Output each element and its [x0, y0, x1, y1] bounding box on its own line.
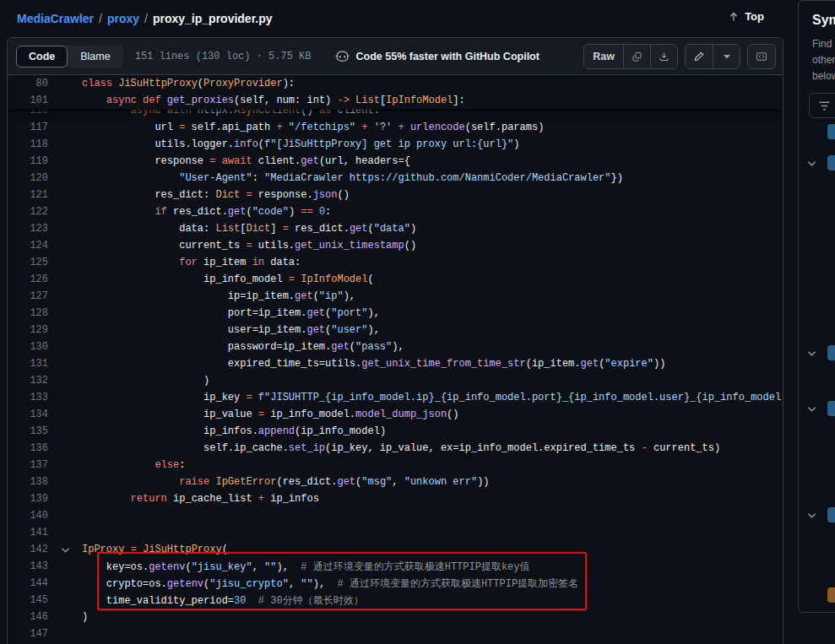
code-line: 130 password=ip_item.get("pass"),	[8, 338, 783, 355]
line-number[interactable]: 128	[8, 307, 48, 319]
line-number[interactable]: 126	[8, 273, 48, 285]
code-text: crypto=os.getenv("jisu_crypto", ""), # 通…	[82, 576, 578, 591]
symbol-pill[interactable]	[827, 155, 835, 170]
line-number[interactable]: 145	[8, 594, 48, 606]
line-number[interactable]: 129	[8, 324, 48, 336]
breadcrumb-separator: /	[139, 12, 153, 25]
code-text: res_dict: Dict = response.json()	[82, 189, 350, 201]
breadcrumb-row: MediaCrawler/proxy/proxy_ip_provider.py …	[0, 0, 791, 37]
line-number[interactable]: 137	[8, 459, 48, 471]
raw-actions-group: Raw	[583, 44, 678, 69]
download-button[interactable]	[650, 45, 677, 68]
line-number[interactable]: 134	[8, 409, 48, 420]
symbols-panel: Symbols Find definitions and references …	[798, 0, 835, 613]
filter-icon	[818, 100, 831, 111]
breadcrumb-repo-link[interactable]: MediaCrawler	[17, 12, 94, 25]
code-text: url = self.api_path + "/fetchips" + '?' …	[82, 122, 544, 133]
symbol-item[interactable]	[802, 345, 835, 360]
symbols-toggle-button[interactable]	[748, 45, 775, 68]
symbol-pill[interactable]	[827, 401, 835, 416]
symbol-pill[interactable]	[827, 587, 835, 603]
code-line: 147	[8, 625, 783, 642]
code-line: 129 user=ip_item.get("user"),	[8, 322, 783, 338]
code-line: 136 self.ip_cache.set_ip(ip_key, ip_valu…	[8, 440, 783, 457]
line-number[interactable]: 140	[8, 510, 48, 522]
symbol-chevron-slot[interactable]	[802, 511, 821, 519]
edit-split-button	[685, 44, 740, 69]
edit-dropdown-button[interactable]	[713, 45, 740, 68]
code-line: 142IpProxy = JiSuHttpProxy(	[8, 541, 783, 558]
line-number[interactable]: 146	[8, 611, 48, 623]
line-number[interactable]: 121	[8, 189, 48, 201]
symbol-chevron-slot[interactable]	[802, 349, 821, 357]
file-toolbar: Code Blame 151 lines (130 loc) · 5.75 KB…	[8, 38, 783, 75]
line-number[interactable]: 130	[8, 341, 48, 353]
code-text: data: List[Dict] = res_dict.get("data")	[82, 223, 416, 235]
symbols-description-line: Find definitions and references for func…	[812, 36, 835, 52]
line-number[interactable]: 132	[8, 375, 48, 387]
code-line: 140	[8, 507, 783, 524]
collapse-chevron-icon[interactable]	[61, 546, 70, 554]
symbol-pill[interactable]	[827, 124, 835, 139]
line-number[interactable]: 124	[8, 240, 48, 252]
symbol-item[interactable]	[802, 155, 835, 170]
breadcrumb-dir-link[interactable]: proxy	[107, 12, 139, 25]
line-number[interactable]: 138	[8, 476, 48, 488]
code-area: 80class JiSuHttpProxy(ProxyProvider):101…	[8, 75, 783, 644]
line-number[interactable]: 133	[8, 392, 48, 403]
line-number[interactable]: 119	[8, 155, 48, 167]
line-number[interactable]: 147	[8, 628, 48, 640]
line-number[interactable]: 117	[8, 122, 48, 133]
code-line: 117 url = self.api_path + "/fetchips" + …	[8, 119, 783, 136]
line-number[interactable]: 80	[8, 78, 48, 89]
symbol-item[interactable]	[802, 124, 835, 139]
code-line: 128 port=ip_item.get("port"),	[8, 305, 783, 322]
line-number[interactable]: 135	[8, 425, 48, 437]
line-number[interactable]: 143	[8, 560, 48, 572]
symbol-item[interactable]	[802, 507, 835, 522]
copilot-banner[interactable]: Code 55% faster with GitHub Copilot	[335, 50, 539, 62]
line-number[interactable]: 122	[8, 206, 48, 218]
code-line: 122 if res_dict.get("code") == 0:	[8, 203, 783, 220]
main-column: MediaCrawler/proxy/proxy_ip_provider.py …	[0, 0, 791, 644]
symbol-pill[interactable]	[827, 345, 835, 360]
line-number[interactable]: 141	[8, 527, 48, 538]
line-number[interactable]: 118	[8, 138, 48, 150]
line-number[interactable]: 131	[8, 358, 48, 370]
line-number[interactable]: 120	[8, 172, 48, 184]
edit-button[interactable]	[686, 45, 713, 68]
line-number[interactable]: 123	[8, 223, 48, 235]
symbol-item[interactable]	[802, 401, 835, 416]
line-number[interactable]: 116	[8, 109, 48, 116]
symbol-pill[interactable]	[827, 507, 835, 522]
symbol-chevron-slot[interactable]	[802, 160, 821, 167]
symbol-chevron-slot[interactable]	[802, 405, 821, 413]
code-text: key=os.getenv("jisu_key", ""), # 通过环境变量的…	[82, 560, 530, 574]
line-number[interactable]: 127	[8, 290, 48, 302]
tab-blame[interactable]: Blame	[68, 46, 122, 68]
code-brackets-icon	[756, 51, 767, 62]
code-line: 137 else:	[8, 457, 783, 474]
raw-button[interactable]: Raw	[584, 45, 623, 68]
line-number[interactable]: 101	[8, 95, 48, 106]
copy-button[interactable]	[623, 45, 650, 68]
collapse-chevron-icon[interactable]	[807, 405, 816, 413]
symbol-item[interactable]	[802, 587, 835, 603]
top-button[interactable]: Top	[728, 10, 764, 23]
code-text: ip_info_model = IpInfoModel(	[82, 273, 374, 285]
collapse-chevron-icon[interactable]	[807, 349, 816, 357]
tab-code[interactable]: Code	[16, 46, 68, 68]
line-number[interactable]: 144	[8, 577, 48, 589]
line-number[interactable]: 142	[8, 544, 48, 555]
line-number[interactable]: 125	[8, 257, 48, 268]
collapse-chevron-icon[interactable]	[807, 511, 816, 519]
collapse-chevron-icon[interactable]	[807, 160, 816, 167]
code-line: 144 crypto=os.getenv("jisu_crypto", ""),…	[8, 575, 783, 592]
file-meta: 151 lines (130 loc) · 5.75 KB	[135, 51, 312, 62]
line-number[interactable]: 136	[8, 442, 48, 454]
code-text: )	[82, 611, 88, 623]
code-line: 141	[8, 524, 783, 541]
code-text: class JiSuHttpProxy(ProxyProvider):	[82, 78, 295, 89]
filter-input[interactable]	[809, 93, 835, 118]
line-number[interactable]: 139	[8, 493, 48, 505]
